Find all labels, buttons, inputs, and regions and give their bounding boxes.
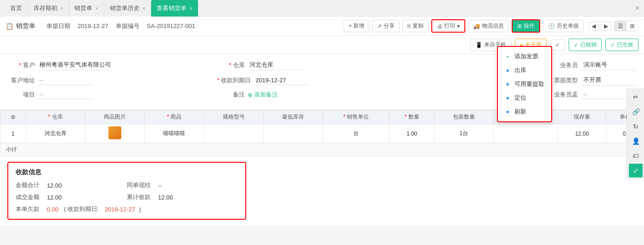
history-icon: 🕐 xyxy=(548,23,555,29)
phone-icon: 📱 xyxy=(475,42,482,48)
transaction-amount-value: 12.00 xyxy=(47,194,62,201)
next-button[interactable]: ▶ xyxy=(601,22,611,31)
invoice-type-label: 票据类型 xyxy=(550,76,578,85)
subtotal-row: 小计 xyxy=(0,143,644,156)
copy-icon: ⎘ xyxy=(407,23,411,29)
product-image xyxy=(108,126,121,139)
dropdown-ship-out[interactable]: ● 出库 xyxy=(498,63,551,77)
th-pack-qty: 包装数量 xyxy=(434,110,493,124)
customer-value[interactable]: 柳州粤港平安气体有限公司 xyxy=(38,60,113,70)
close-tab-history[interactable]: × xyxy=(142,6,145,11)
payment-info: 收款信息 金额合计 12.00 同单现结 -- 成交金额 12.00 累计收款 … xyxy=(7,162,246,220)
add-note-button[interactable]: ⊕ 添加备注 xyxy=(248,91,278,99)
print-icon: 🖨 xyxy=(437,23,442,29)
doc-type-icon: 📋 xyxy=(6,23,13,30)
cumulative-value: 12.00 xyxy=(158,194,173,201)
current-due-label: 本单欠款 xyxy=(16,205,43,213)
tab-sales-history[interactable]: 销货单历史 × xyxy=(104,0,151,17)
close-tab-view-sales[interactable]: × xyxy=(189,6,192,11)
warehouse-value[interactable]: 河北仓库 xyxy=(248,60,303,70)
dropdown-available-qty[interactable]: ● 可用量提取 xyxy=(498,77,551,91)
current-due-row: 本单欠款 0.00 ( 收款到期日: 2019-12-27 ) xyxy=(16,205,238,213)
row-available xyxy=(494,124,558,143)
refresh-icon: ● xyxy=(504,108,511,115)
row-min-stock xyxy=(263,124,322,143)
logistics-button[interactable]: 🚚 物流信息 xyxy=(468,20,509,32)
staff-value: 演示账号 xyxy=(582,60,637,70)
subtotal-label: 小计 xyxy=(0,143,644,156)
address-field: 客户地址 -- xyxy=(7,76,217,85)
same-order-row: 同单现结 -- xyxy=(127,181,238,189)
th-min-stock: 最低库存 xyxy=(263,110,322,124)
operations-dropdown: ▪ 添加发票 ● 出库 ● 可用量提取 ● 定位 ● 刷新 xyxy=(497,46,552,122)
sidebar-edit-icon[interactable]: ✏ xyxy=(629,90,643,104)
date-label: 单据日期 xyxy=(46,22,70,30)
due-date-end: ) xyxy=(139,206,141,213)
add-invoice-icon: ▪ xyxy=(504,53,511,60)
payment-due-label: 收款到期日 xyxy=(217,76,251,85)
new-button[interactable]: + 新增 xyxy=(344,20,369,32)
row-spec xyxy=(204,124,263,143)
print-button[interactable]: 🖨 打印 ▾ xyxy=(431,19,465,33)
payment-grid: 金额合计 12.00 同单现结 -- 成交金额 12.00 累计收款 12.00… xyxy=(16,181,238,213)
total-amount-label: 金额合计 xyxy=(16,181,43,189)
current-due-value: 0.00 xyxy=(47,206,58,213)
copy-button[interactable]: ⎘ 复制 xyxy=(402,20,429,32)
check-icon-btn[interactable]: ✓ xyxy=(550,40,565,51)
table-row: 1 河北仓库 嘻嘻嘻嘻 台 1.00 1台 12.00 0. xyxy=(0,124,644,143)
payment-due-value[interactable]: 2019-12-27 xyxy=(254,76,309,85)
note-label: 备注 xyxy=(217,91,245,99)
settings-icon: ⚙ xyxy=(11,114,16,120)
due-date-value: 2019-12-27 xyxy=(105,206,136,213)
tab-sales-order[interactable]: 销货单 × xyxy=(69,0,104,17)
bottom-section: 收款信息 金额合计 12.00 同单现结 -- 成交金额 12.00 累计收款 … xyxy=(0,156,644,225)
prev-button[interactable]: ◀ xyxy=(588,22,599,31)
history-button[interactable]: 🕐 历史单据 xyxy=(543,20,584,32)
staff-label: 业务员 xyxy=(560,61,578,69)
list-view-button[interactable]: ☰ xyxy=(615,21,627,31)
sidebar-expand-icon[interactable]: ⤢ xyxy=(629,164,643,177)
th-settings[interactable]: ⚙ xyxy=(0,110,26,124)
close-tab-sales[interactable]: × xyxy=(95,6,98,11)
payment-due-field: 收款到期日 2019-12-27 xyxy=(217,76,427,85)
tab-view-sales[interactable]: 查看销货单 × xyxy=(151,0,198,17)
project-label: 项目 xyxy=(7,91,35,99)
same-order-value: -- xyxy=(158,182,162,189)
cumulative-row: 累计收款 12.00 xyxy=(127,193,238,201)
available-qty-icon: ● xyxy=(504,81,511,87)
grid-view-button[interactable]: ⊞ xyxy=(627,21,638,31)
dropdown-add-invoice[interactable]: ▪ 添加发票 xyxy=(498,50,551,63)
dropdown-refresh[interactable]: ● 刷新 xyxy=(498,105,551,119)
address-value[interactable]: -- xyxy=(38,76,93,85)
close-tab-inventory[interactable]: × xyxy=(60,6,63,11)
effective-icon: ✓ xyxy=(610,42,615,48)
tab-inventory-init[interactable]: 库存期初 × xyxy=(28,0,69,17)
locate-icon: ● xyxy=(504,95,511,101)
project-value[interactable]: -- xyxy=(38,90,93,99)
project-field: 项目 -- xyxy=(7,90,217,99)
row-stock: 12.00 xyxy=(558,124,606,143)
warehouse-field: 仓库 河北仓库 xyxy=(217,60,427,70)
tab-bar: 首页 库存期初 × 销货单 × 销货单历史 × 查看销货单 × × xyxy=(0,0,644,17)
warehouse-label: 仓库 xyxy=(217,61,245,69)
doc-type-label: 销货单 xyxy=(16,22,35,30)
row-product: 嘻嘻嘻嘻 xyxy=(145,124,204,143)
sidebar-user-icon[interactable]: 👤 xyxy=(629,134,643,148)
share-button[interactable]: ↗ 分享 xyxy=(372,20,400,32)
salesperson-label: 业务员孟 xyxy=(550,91,578,99)
tab-home[interactable]: 首页 xyxy=(5,0,28,17)
effective-button[interactable]: ✓ 已生效 xyxy=(605,39,638,51)
sidebar-link-icon[interactable]: 🔗 xyxy=(629,105,643,119)
dropdown-locate[interactable]: ● 定位 xyxy=(498,91,551,105)
truck-icon: 🚚 xyxy=(473,23,480,29)
window-close-icon[interactable]: × xyxy=(635,4,639,12)
number-value: SA-20191227-001 xyxy=(147,23,196,29)
operations-button[interactable]: ⊞ 操作 xyxy=(512,19,540,33)
approved-icon: ✓ xyxy=(574,42,578,48)
sidebar-reload-icon[interactable]: ↻ xyxy=(629,120,643,133)
approved-button[interactable]: ✓ 已核销 xyxy=(569,39,602,51)
invoice-type-value[interactable]: 不开票 xyxy=(582,75,637,85)
row-pack-qty: 1台 xyxy=(434,124,493,143)
sidebar-tag-icon[interactable]: 🏷 xyxy=(629,149,643,163)
total-amount-row: 金额合计 12.00 xyxy=(16,181,127,189)
